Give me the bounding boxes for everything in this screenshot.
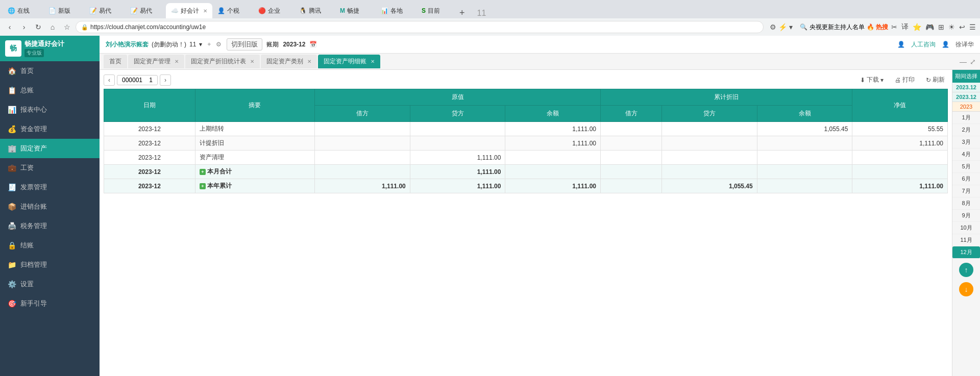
page-tab-home[interactable]: 首页: [104, 55, 127, 68]
tab-qiye[interactable]: 🔴 企业: [253, 3, 294, 18]
account-note: (勿删勿动！): [152, 40, 186, 49]
cell-net-value: 1,111.00: [852, 179, 948, 193]
sidebar-nav: 🏠 首页 📋 总账 📊 报表中心 💰 资金管理 🏢 固定资产 💼 工资: [0, 61, 100, 376]
tab-muqian[interactable]: S 目前: [416, 3, 457, 18]
cell-accum-debit: [600, 165, 662, 179]
game-icon[interactable]: 🎮: [925, 23, 934, 31]
sidebar-item-fixed-assets[interactable]: 🏢 固定资产: [0, 139, 100, 158]
tab-geshui[interactable]: 👤 个税: [212, 3, 253, 18]
lightning-icon[interactable]: ⚡: [778, 23, 787, 31]
period-month-7[interactable]: 7月: [952, 185, 980, 197]
new-tab-button[interactable]: +: [459, 8, 465, 18]
undo-icon[interactable]: ↩: [959, 23, 965, 31]
sidebar-item-guide[interactable]: 🎯 新手引导: [0, 294, 100, 313]
hot-search-label[interactable]: 🔥 热搜: [867, 23, 888, 32]
sidebar-item-general-ledger[interactable]: 📋 总账: [0, 81, 100, 100]
tab-online[interactable]: 🌐 在线: [3, 3, 43, 18]
period-month-4[interactable]: 4月: [952, 148, 980, 161]
sidebar-item-home[interactable]: 🏠 首页: [0, 61, 100, 81]
page-tab-detail-label: 固定资产明细账: [324, 57, 366, 66]
address-bar[interactable]: 🔒 https://cloud.chanjet.com/accounting/u…: [76, 21, 764, 33]
page-tab-close-categories[interactable]: ✕: [307, 59, 311, 64]
cell-orig-credit: [410, 122, 505, 136]
asset-navigation: ‹ 000001 1 ›: [104, 74, 171, 86]
sidebar-item-tax[interactable]: 🖨️ 税务管理: [0, 216, 100, 236]
period-month-5[interactable]: 5月: [952, 161, 980, 173]
page-tab-close-fixed-assets[interactable]: ✕: [175, 59, 179, 64]
sidebar-item-archive[interactable]: 📁 归档管理: [0, 255, 100, 274]
tab-favicon: 📝: [89, 7, 97, 14]
tab-gedi[interactable]: 📊 各地: [376, 3, 416, 18]
calendar-icon[interactable]: 📅: [309, 41, 317, 48]
page-tab-depreciation-stats[interactable]: 固定资产折旧统计表 ✕: [185, 55, 260, 68]
support-label[interactable]: 人工咨询: [911, 40, 936, 49]
forward-button[interactable]: ›: [18, 21, 30, 33]
tab-new[interactable]: 📄 新版: [43, 3, 84, 18]
back-button[interactable]: ‹: [4, 21, 15, 33]
page-tab-fixed-assets-mgmt[interactable]: 固定资产管理 ✕: [128, 55, 184, 68]
period-month-9[interactable]: 9月: [952, 210, 980, 222]
refresh-button[interactable]: ↻ 刷新: [923, 74, 948, 86]
period-year[interactable]: 2023: [952, 102, 980, 112]
tab-changjie[interactable]: M 畅捷: [335, 3, 376, 18]
cell-summary: 上期结转: [195, 122, 314, 136]
period-month-1[interactable]: 1月: [952, 112, 980, 124]
support-icon: 👤: [897, 41, 905, 48]
page-tab-close-detail[interactable]: ✕: [371, 59, 375, 64]
grid-icon[interactable]: ⊞: [938, 23, 944, 31]
dropdown-arrow-icon[interactable]: ▾: [199, 41, 202, 48]
tab-yidai1[interactable]: 📝 易代: [84, 3, 125, 18]
add-account-button[interactable]: +: [207, 41, 211, 48]
settings-account-button[interactable]: ⚙: [216, 41, 222, 48]
dropdown-icon[interactable]: ▾: [789, 23, 793, 31]
sidebar-item-purchase-sales[interactable]: 📦 进销台账: [0, 197, 100, 216]
period-scroll-down-icon[interactable]: ↓: [959, 282, 973, 296]
period-selected-end[interactable]: 2023.12: [952, 92, 980, 102]
sidebar-item-reports[interactable]: 📊 报表中心: [0, 100, 100, 119]
reload-button[interactable]: ↻: [33, 21, 44, 33]
period-month-6[interactable]: 6月: [952, 173, 980, 185]
period-scroll-up-icon[interactable]: ↑: [959, 263, 973, 277]
prev-asset-button[interactable]: ‹: [104, 74, 115, 86]
home-button[interactable]: ⌂: [47, 21, 58, 33]
period-selected-start[interactable]: 2023.12: [952, 83, 980, 92]
page-tab-close-depreciation[interactable]: ✕: [250, 59, 254, 64]
period-sidebar: 期间选择 2023.12 2023.12 2023 1月 2月 3月 4月 5月…: [952, 70, 980, 376]
cell-orig-credit: 1,111.00: [410, 165, 505, 179]
asset-page-text: 1: [149, 77, 153, 84]
sidebar-item-invoice[interactable]: 🧾 发票管理: [0, 178, 100, 197]
top-bar-right: 👤 人工咨询 👤 徐译华: [897, 40, 974, 49]
sidebar-item-payroll[interactable]: 💼 工资: [0, 158, 100, 178]
switch-version-button[interactable]: 切到旧版: [227, 38, 262, 51]
menu-icon[interactable]: ☰: [969, 23, 976, 31]
download-button[interactable]: ⬇ 下载 ▾: [857, 74, 887, 86]
period-month-3[interactable]: 3月: [952, 136, 980, 148]
bookmark-button[interactable]: ☆: [61, 21, 72, 33]
period-month-12[interactable]: 12月: [952, 246, 980, 259]
sidebar-item-settings[interactable]: ⚙️ 设置: [0, 274, 100, 294]
translate-icon[interactable]: 译: [901, 22, 909, 32]
star-icon[interactable]: ⭐: [913, 23, 921, 31]
sidebar-item-funds[interactable]: 💰 资金管理: [0, 119, 100, 139]
period-month-2[interactable]: 2月: [952, 124, 980, 136]
period-header[interactable]: 期间选择: [952, 70, 980, 83]
expand-icon[interactable]: ⤢: [970, 58, 976, 66]
sidebar-label-settings: 设置: [20, 280, 34, 289]
period-month-8[interactable]: 8月: [952, 197, 980, 210]
period-month-10[interactable]: 10月: [952, 222, 980, 234]
sidebar-item-closing[interactable]: 🔒 结账: [0, 236, 100, 255]
next-asset-button[interactable]: ›: [160, 74, 171, 86]
print-button[interactable]: 🖨 打印: [892, 74, 918, 86]
tab-tengxun[interactable]: 🐧 腾讯: [294, 3, 335, 18]
tab-close-icon[interactable]: ✕: [203, 8, 207, 14]
scissors-icon[interactable]: ✂: [891, 23, 897, 31]
page-tab-detail-ledger[interactable]: 固定资产明细账 ✕: [318, 55, 380, 68]
tab-yidai2[interactable]: 📝 易代: [125, 3, 166, 18]
sun-icon[interactable]: ☀: [948, 23, 955, 31]
tab-haokuai[interactable]: ☁️ 好会计 ✕: [166, 3, 212, 18]
tab-label: 目前: [428, 7, 440, 15]
collapse-icon[interactable]: —: [960, 58, 967, 66]
page-tab-asset-categories[interactable]: 固定资产类别 ✕: [261, 55, 317, 68]
settings-icon[interactable]: ⚙: [770, 23, 776, 31]
period-month-11[interactable]: 11月: [952, 234, 980, 246]
